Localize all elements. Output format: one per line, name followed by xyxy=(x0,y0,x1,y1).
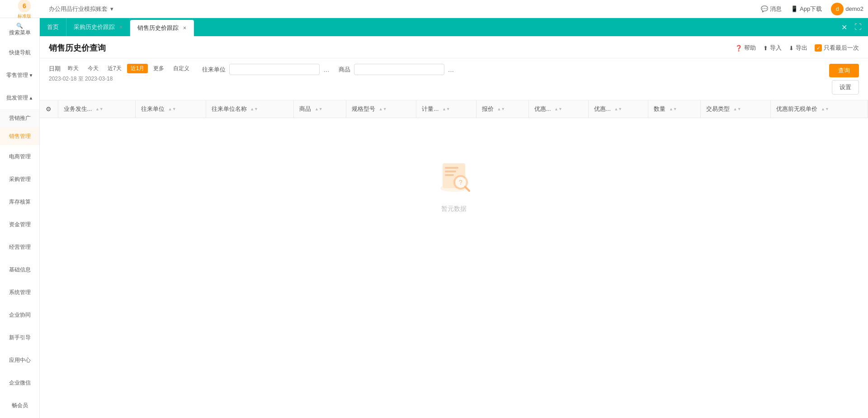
wholesale-chevron: ▲ xyxy=(29,95,33,100)
sidebar-text-sales-mgmt: 销售管理 xyxy=(9,133,31,140)
table-header-biz-date[interactable]: 业务发生... ▲▼ xyxy=(58,100,136,118)
sidebar-text-marketing: 营销推广 xyxy=(9,114,31,122)
sidebar-item-ecommerce[interactable]: 电商管理 xyxy=(0,145,39,168)
table-header-quantity[interactable]: 数量 ▲▼ xyxy=(648,100,701,118)
date-btn-more[interactable]: 更多 xyxy=(150,64,168,73)
app-download-btn[interactable]: 📱 App下载 xyxy=(791,5,822,13)
user-name: demo2 xyxy=(845,5,863,12)
sidebar-item-finance[interactable]: 资金管理 xyxy=(0,213,39,236)
sidebar-item-purchase[interactable]: 采购管理 xyxy=(0,168,39,190)
table-header-settings[interactable]: ⚙ xyxy=(40,100,58,118)
partner-dots[interactable]: ... xyxy=(323,66,329,74)
tab-purchase-history[interactable]: 采购历史价跟踪 × xyxy=(66,18,130,36)
import-btn[interactable]: ⬆ 导入 xyxy=(763,44,782,52)
query-btn[interactable]: 查询 xyxy=(829,64,859,77)
sort-icon-discount1: ▲▼ xyxy=(554,107,562,111)
sidebar-text-quick-nav: 快捷导航 xyxy=(9,49,31,57)
sidebar-item-wholesale[interactable]: 批发管理 ▲ xyxy=(0,86,39,109)
sidebar-item-vip[interactable]: 畅会员 xyxy=(0,394,39,417)
data-table: ⚙ 业务发生... ▲▼ 往来单位 ▲▼ 往来单位名称 ▲ xyxy=(40,100,868,118)
sidebar-item-inventory[interactable]: 库存核算 xyxy=(0,190,39,213)
svg-rect-4 xyxy=(445,167,458,169)
sidebar: 🔍 搜索菜单 快捷导航 零售管理 ▼ 批发管理 ▲ 营销推广 销售管理 电商管理… xyxy=(0,18,40,418)
logo-text: 标准版 xyxy=(18,13,31,19)
app-icon: 📱 xyxy=(791,5,798,12)
sort-icon-partner-code: ▲▼ xyxy=(168,107,176,111)
logo-area: 6 标准版 xyxy=(5,0,44,19)
date-btn-custom[interactable]: 自定义 xyxy=(170,64,193,73)
page-title: 销售历史价查询 xyxy=(49,43,106,53)
sort-icon-biz-date: ▲▼ xyxy=(95,107,104,111)
title-selector[interactable]: 办公用品行业模拟账套 ▾ xyxy=(49,5,761,13)
date-btn-7days[interactable]: 近7天 xyxy=(104,64,125,73)
partner-filter-group: 往来单位 ... xyxy=(202,64,329,75)
table-header-pre-tax[interactable]: 优惠前无税单价 ▲▼ xyxy=(771,100,868,118)
sidebar-item-search[interactable]: 🔍 搜索菜单 xyxy=(0,18,39,41)
sort-icon-pre-tax: ▲▼ xyxy=(821,107,829,111)
svg-text:6: 6 xyxy=(23,2,26,10)
tab-sales-history[interactable]: 销售历史价跟踪 × xyxy=(130,20,194,36)
sidebar-item-guide[interactable]: 新手引导 xyxy=(0,326,39,349)
table-header-quote[interactable]: 报价 ▲▼ xyxy=(476,100,528,118)
sidebar-item-appstore[interactable]: 应用中心 xyxy=(0,349,39,371)
sidebar-item-basics[interactable]: 基础信息 xyxy=(0,258,39,281)
table-header-partner-code[interactable]: 往来单位 ▲▼ xyxy=(136,100,206,118)
only-last-checkbox[interactable]: ✓ 只看最后一次 xyxy=(815,44,859,52)
sidebar-text-ecommerce: 电商管理 xyxy=(9,153,31,161)
export-label: 导出 xyxy=(796,44,807,52)
close-tab-btn[interactable]: ✕ xyxy=(840,21,849,33)
sidebar-item-sales-mgmt[interactable]: 销售管理 xyxy=(0,127,39,145)
main-layout: 🔍 搜索菜单 快捷导航 零售管理 ▼ 批发管理 ▲ 营销推广 销售管理 电商管理… xyxy=(0,18,868,418)
table-header-partner-name[interactable]: 往来单位名称 ▲▼ xyxy=(206,100,294,118)
checkbox-checked-icon: ✓ xyxy=(815,44,822,52)
tab-sales-history-label: 销售历史价跟踪 xyxy=(137,24,179,32)
table-header-product[interactable]: 商品 ▲▼ xyxy=(294,100,346,118)
help-btn[interactable]: ❓ 帮助 xyxy=(735,44,756,52)
sidebar-item-operations[interactable]: 经营管理 xyxy=(0,236,39,258)
app-label: App下载 xyxy=(800,5,822,13)
partner-label: 往来单位 xyxy=(202,66,226,74)
date-btn-yesterday[interactable]: 昨天 xyxy=(64,64,82,73)
avatar: d xyxy=(831,3,844,15)
sidebar-text-vip: 畅会员 xyxy=(12,402,28,409)
sidebar-text-appstore: 应用中心 xyxy=(9,356,31,364)
table-header-spec[interactable]: 规格型号 ▲▼ xyxy=(346,100,416,118)
sort-icon-partner-name: ▲▼ xyxy=(250,107,258,111)
tab-sales-history-close[interactable]: × xyxy=(183,25,186,31)
table-header-unit[interactable]: 计量... ▲▼ xyxy=(416,100,476,118)
sidebar-label-search: 🔍 xyxy=(16,23,23,29)
tab-purchase-history-label: 采购历史价跟踪 xyxy=(74,23,115,31)
sort-icon-discount2: ▲▼ xyxy=(614,107,622,111)
maximize-btn[interactable]: ⛶ xyxy=(853,21,863,33)
date-btn-today[interactable]: 今天 xyxy=(84,64,102,73)
sidebar-item-quick-nav[interactable]: 快捷导航 xyxy=(0,41,39,64)
product-input[interactable] xyxy=(354,64,444,75)
import-icon: ⬆ xyxy=(763,45,768,52)
table-header-discount2[interactable]: 优惠... ▲▼ xyxy=(588,100,648,118)
sidebar-item-marketing[interactable]: 营销推广 xyxy=(0,109,39,127)
date-range-text: 2023-02-18 至 2023-03-18 xyxy=(49,76,113,82)
date-range-display: 2023-02-18 至 2023-03-18 xyxy=(49,75,193,83)
message-btn[interactable]: 💬 消息 xyxy=(761,5,782,13)
settings-btn[interactable]: 设置 xyxy=(832,80,859,95)
tab-home[interactable]: 首页 xyxy=(40,18,66,36)
sidebar-item-retail[interactable]: 零售管理 ▼ xyxy=(0,64,39,86)
filter-right-actions: 查询 设置 xyxy=(829,64,859,95)
tab-purchase-history-close[interactable]: × xyxy=(119,24,123,30)
date-btn-1month[interactable]: 近1月 xyxy=(127,64,148,73)
filter-area: 日期 昨天 今天 近7天 近1月 更多 自定义 2023-02-18 至 202… xyxy=(40,58,868,100)
sidebar-text-system: 系统管理 xyxy=(9,289,31,296)
partner-input[interactable] xyxy=(229,64,320,75)
empty-icon: ? xyxy=(431,154,476,200)
retail-chevron: ▼ xyxy=(29,73,33,78)
user-profile[interactable]: d demo2 xyxy=(831,3,863,15)
date-options: 昨天 今天 近7天 近1月 更多 自定义 xyxy=(64,64,193,73)
product-dots[interactable]: ... xyxy=(448,66,454,74)
export-btn[interactable]: ⬇ 导出 xyxy=(789,44,807,52)
sidebar-item-system[interactable]: 系统管理 xyxy=(0,281,39,304)
table-header-trade-type[interactable]: 交易类型 ▲▼ xyxy=(701,100,771,118)
sidebar-item-enterprise[interactable]: 企业协同 xyxy=(0,304,39,326)
table-header-discount1[interactable]: 优惠... ▲▼ xyxy=(528,100,588,118)
sidebar-item-wechat[interactable]: 企业微信 xyxy=(0,371,39,394)
product-filter-group: 商品 ... xyxy=(339,64,454,75)
